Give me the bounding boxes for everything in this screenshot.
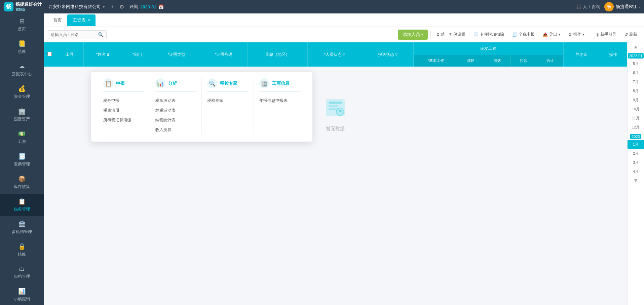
sidebar-item-multi-org[interactable]: 🏦 多机构管理: [0, 216, 44, 239]
dropdown-item-tax-payment-fluctuation[interactable]: 纳税波动表: [155, 106, 196, 115]
dropdown-item-tax-clearance[interactable]: 税表清册: [103, 106, 144, 115]
company-selector[interactable]: 西安虾米网络科技有限公司 ▾: [48, 4, 105, 10]
special-deduction-label: 专项附加扣除: [480, 32, 504, 37]
th-nationality: 国籍（地区）: [247, 42, 307, 67]
timeline-month-12[interactable]: 12月: [628, 123, 644, 132]
business-info-section-title: 工商信息: [272, 80, 290, 86]
search-wrap[interactable]: 🔍: [48, 30, 107, 39]
timeline-month-7[interactable]: 7月: [628, 77, 644, 86]
th-pension: 养老金: [563, 42, 599, 67]
tab-close-icon[interactable]: ×: [88, 18, 90, 23]
calendar-icon[interactable]: 📅: [158, 4, 164, 9]
timeline-month-4[interactable]: 4月: [628, 167, 644, 176]
guide-btn-label: 新手引导: [600, 32, 616, 37]
sidebar-label-cloud-report: 云报表中心: [12, 71, 32, 77]
social-security-icon: ⚙: [436, 32, 440, 37]
section-header-analysis: 📊 分析: [155, 78, 196, 92]
operation-btn[interactable]: ⚙ 操作 ▾: [566, 30, 587, 39]
tax-expert-section-title: 税检专家: [220, 80, 237, 86]
th-action: 操作: [599, 42, 627, 67]
tax-return-icon: 🧾: [512, 32, 517, 37]
th-status: *人员状态 ▽: [307, 42, 362, 67]
sidebar-label-fixed-assets: 固定资产: [14, 116, 30, 122]
filter-report-icon[interactable]: ▽: [395, 53, 398, 56]
tax-icon: 📋: [18, 198, 26, 205]
dropdown-item-tax-declaration[interactable]: 税务申报: [103, 96, 144, 106]
section-header-declaration: 📋 申报: [103, 78, 144, 92]
top-bar: 畅 畅捷通好会计 旗舰版 西安虾米网络科技有限公司 ▾ ＋ ⚙ 账期 2023-…: [0, 0, 644, 13]
tab-bar: 首页 工资表 ×: [44, 13, 644, 27]
dropdown-item-tax-stats[interactable]: 纳税统计表: [155, 115, 196, 125]
filter-status-icon[interactable]: ▽: [343, 53, 345, 56]
sidebar-item-home[interactable]: ⊞ 首页: [0, 13, 44, 36]
dropdown-item-tax-fluctuation[interactable]: 税负波动表: [155, 96, 196, 106]
timeline-month-8[interactable]: 8月: [628, 86, 644, 96]
social-security-btn[interactable]: ⚙ 统一社保设置: [433, 30, 468, 39]
dropdown-item-income-tax-calc[interactable]: 所得税汇算清缴: [103, 115, 144, 125]
home-icon: ⊞: [20, 17, 25, 25]
search-icon: 🔍: [98, 32, 104, 37]
sidebar-label-fund: 资金管理: [14, 94, 30, 100]
toolbar: 🔍 添加人员 ▾ ⚙ 统一社保设置 📄 专项附加扣除 🧾 个税申报 📤: [44, 27, 644, 42]
sidebar-item-archive[interactable]: 🗂 归档管理: [0, 261, 44, 283]
sidebar-item-fixed-assets[interactable]: 🏢 固定资产: [0, 104, 44, 126]
empty-icon: ?: [322, 93, 349, 120]
settings-icon[interactable]: ⚙: [119, 4, 124, 10]
svg-rect-2: [329, 105, 338, 107]
tab-home[interactable]: 首页: [48, 14, 67, 26]
company-name: 西安虾米网络科技有限公司: [48, 4, 101, 10]
special-deduction-btn[interactable]: 📄 专项附加扣除: [471, 30, 507, 39]
th-deduction: 扣款: [510, 55, 537, 67]
sidebar-item-inventory[interactable]: 📦 库存核算: [0, 171, 44, 194]
sidebar-item-closing[interactable]: 🔒 结账: [0, 239, 44, 261]
sidebar-item-report[interactable]: 📊 小畅报销: [0, 283, 44, 305]
section-header-tax-expert: 🔍 税检专家: [207, 78, 248, 92]
guide-btn[interactable]: ◎ 新手引导: [593, 30, 619, 39]
special-deduction-icon: 📄: [473, 32, 479, 37]
select-all-checkbox[interactable]: [47, 52, 52, 56]
dropdown-item-income-forecast[interactable]: 收入测算: [155, 125, 196, 135]
period-info: 账期 2023-01 📅: [129, 4, 164, 10]
th-report-status-label: 报送状态: [378, 52, 394, 58]
support-btn[interactable]: 🎧 人工咨询: [576, 4, 600, 10]
dropdown-section-business-info: 🏢 工商信息 年报信息申报表: [254, 78, 306, 135]
sidebar-item-cloud-report[interactable]: ☁ 云报表中心: [0, 59, 44, 81]
timeline-month-10[interactable]: 10月: [628, 105, 644, 114]
right-panel: ▲ 2023.01 5月 6月 7月 8月 9月 10月 11月 12月 202…: [627, 42, 644, 305]
sort-name-icon[interactable]: ⇅: [107, 53, 109, 56]
sidebar-item-salary[interactable]: 💵 工资: [0, 126, 44, 149]
dropdown-section-tax-expert: 🔍 税检专家 税检专家: [202, 78, 254, 135]
timeline-year-2023: 2023: [630, 134, 641, 139]
refresh-btn[interactable]: ↺ 刷新: [622, 30, 640, 39]
search-input[interactable]: [51, 32, 98, 37]
th-department: *部门: [122, 42, 153, 67]
timeline-month-2[interactable]: 2月: [628, 149, 644, 158]
timeline-month-11[interactable]: 11月: [628, 114, 644, 123]
sidebar-label-report: 小畅报销: [14, 296, 30, 302]
sidebar-item-invoice[interactable]: 🧾 发票管理: [0, 149, 44, 171]
th-id-type: *证照类型: [153, 42, 200, 67]
timeline-month-9[interactable]: 9月: [628, 96, 644, 105]
add-person-button[interactable]: 添加人员 ▾: [398, 30, 428, 40]
period-label: 账期: [129, 4, 138, 10]
tab-salary-table[interactable]: 工资表 ×: [67, 14, 96, 26]
timeline-month-5[interactable]: 5月: [628, 59, 644, 68]
sidebar: ⊞ 首页 📒 总账 ☁ 云报表中心 💰 资金管理 🏢 固定资产 💵 工资 🧾 发…: [0, 13, 44, 305]
timeline-month-3[interactable]: 3月: [628, 158, 644, 167]
timeline-month-6[interactable]: 6月: [628, 68, 644, 77]
timeline-down-icon[interactable]: ▼: [632, 176, 640, 185]
dropdown-item-annual-report[interactable]: 年报信息申报表: [259, 96, 301, 106]
sidebar-item-fund[interactable]: 💰 资金管理: [0, 81, 44, 104]
export-btn[interactable]: 📤 导出 ▾: [540, 30, 563, 39]
th-status-label: *人员状态: [324, 52, 342, 58]
user-info[interactable]: 畅 畅捷通B组...: [604, 2, 640, 11]
timeline-up-icon[interactable]: ▲: [632, 42, 640, 51]
tax-return-btn[interactable]: 🧾 个税申报: [509, 30, 537, 39]
sidebar-label-archive: 归档管理: [14, 274, 30, 279]
sidebar-item-ledger[interactable]: 📒 总账: [0, 36, 44, 59]
dropdown-item-expert[interactable]: 税检专家: [207, 96, 248, 106]
timeline-month-1[interactable]: 1月: [628, 140, 644, 149]
add-icon[interactable]: ＋: [110, 3, 115, 10]
sidebar-item-tax[interactable]: 📋 税务管理: [0, 194, 44, 216]
tax-expert-section-icon: 🔍: [207, 78, 217, 88]
